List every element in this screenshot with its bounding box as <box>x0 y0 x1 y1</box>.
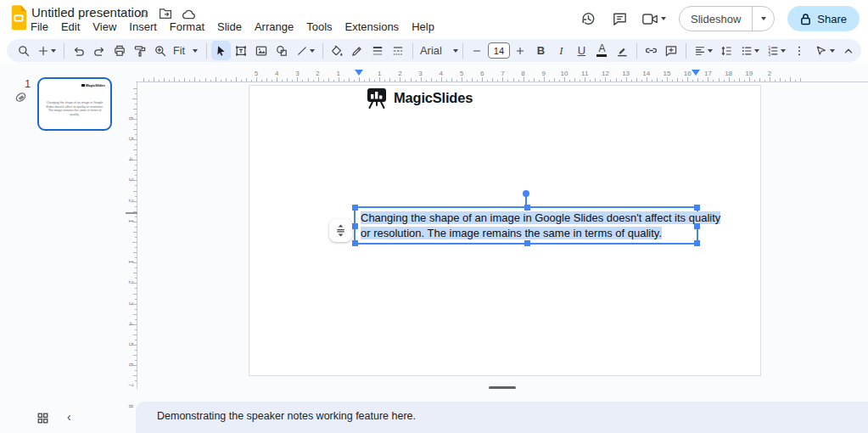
text-color-button[interactable]: A <box>592 41 612 60</box>
decrease-font-size-button[interactable] <box>468 41 487 60</box>
menu-tools[interactable]: Tools <box>306 20 332 33</box>
insert-image-button[interactable] <box>252 41 272 60</box>
join-call-button[interactable] <box>641 12 666 26</box>
align-button[interactable] <box>691 41 716 60</box>
pen-tools-button[interactable] <box>811 41 838 60</box>
menu-extensions[interactable]: Extensions <box>345 20 400 33</box>
select-tool-button[interactable] <box>211 41 231 60</box>
resize-handle-bottom-right[interactable] <box>694 240 700 246</box>
zoom-select[interactable]: Fit <box>171 45 188 57</box>
menu-format[interactable]: Format <box>170 20 204 33</box>
resize-handle-mid-right[interactable] <box>694 223 700 229</box>
insert-shape-button[interactable] <box>272 41 292 60</box>
insert-line-button[interactable] <box>293 41 318 60</box>
add-comment-button[interactable] <box>662 41 681 60</box>
ruler-tick <box>132 119 137 120</box>
numbered-list-button[interactable]: 123 <box>764 41 789 60</box>
hide-menus-button[interactable] <box>839 41 859 60</box>
menu-edit[interactable]: Edit <box>61 20 80 33</box>
rotation-handle[interactable] <box>523 190 529 197</box>
ruler-tick <box>135 206 137 207</box>
document-title[interactable]: Untitled presentation <box>31 5 148 20</box>
paint-format-button[interactable] <box>130 41 149 60</box>
resize-handle-top-left[interactable] <box>352 205 358 211</box>
move-folder-icon[interactable] <box>159 8 172 20</box>
selected-text-box[interactable]: Changing the shape of an image in Google… <box>354 206 698 245</box>
zoom-icon[interactable] <box>150 41 170 60</box>
print-button[interactable] <box>109 41 129 60</box>
google-slides-logo-icon[interactable] <box>9 5 28 31</box>
star-icon[interactable]: ☆ <box>138 7 149 20</box>
border-color-button[interactable] <box>348 41 367 60</box>
bulleted-list-button[interactable] <box>737 41 763 60</box>
grid-view-icon[interactable] <box>36 412 49 425</box>
speaker-notes-panel[interactable]: Demonstrating the speaker notes working … <box>136 402 868 433</box>
border-weight-button[interactable] <box>368 41 388 60</box>
text-box-tool-button[interactable] <box>232 41 251 60</box>
ruler-tick <box>189 80 190 82</box>
zoom-select-caret[interactable] <box>188 41 202 60</box>
ruler-tick <box>159 80 160 82</box>
font-size-input[interactable]: 14 <box>488 42 510 59</box>
undo-button[interactable] <box>69 41 88 60</box>
slideshow-options-button[interactable] <box>752 7 774 31</box>
underline-button[interactable]: U <box>572 41 591 60</box>
insert-link-button[interactable] <box>641 41 661 60</box>
cloud-saved-icon[interactable] <box>182 8 196 20</box>
border-dash-button[interactable] <box>389 41 408 60</box>
redo-button[interactable] <box>89 41 109 60</box>
increase-font-size-button[interactable] <box>511 41 530 60</box>
text-box-drag-button[interactable] <box>329 219 352 242</box>
speaker-notes-text[interactable]: Demonstrating the speaker notes working … <box>157 410 416 422</box>
ruler-tick <box>135 350 137 351</box>
ruler-tick <box>135 288 137 289</box>
ruler-indent-marker-left[interactable] <box>355 70 363 76</box>
menu-slide[interactable]: Slide <box>217 20 242 33</box>
resize-handle-top-right[interactable] <box>694 205 700 211</box>
text-box-content[interactable]: Changing the shape of an image in Google… <box>361 211 720 240</box>
ruler-tick <box>132 283 137 284</box>
slideshow-button[interactable]: Slideshow <box>680 7 752 31</box>
notes-resize-handle[interactable] <box>489 386 516 389</box>
ruler-tick <box>133 375 137 376</box>
menu-insert[interactable]: Insert <box>129 20 157 33</box>
menu-file[interactable]: File <box>31 20 48 33</box>
slide-thumbnail[interactable]: MagicSlides Changing the shape of an ima… <box>37 77 112 131</box>
italic-button[interactable]: I <box>552 41 571 60</box>
version-history-icon[interactable] <box>579 9 597 28</box>
line-spacing-button[interactable] <box>717 41 736 60</box>
toolbar: Fit Arial 14 B I U A <box>7 39 861 62</box>
svg-text:3: 3 <box>768 53 770 57</box>
magicslides-logo[interactable]: MagicSlides <box>366 86 473 110</box>
new-slide-button[interactable] <box>34 41 59 60</box>
ruler-tick <box>431 78 432 82</box>
ruler-tick <box>132 222 137 222</box>
more-options-button[interactable] <box>790 41 809 60</box>
menu-view[interactable]: View <box>92 20 116 33</box>
horizontal-ruler: 54321123456789101112131415161718192 <box>136 70 868 82</box>
highlight-color-button[interactable] <box>613 41 632 60</box>
resize-handle-bottom-left[interactable] <box>352 240 358 246</box>
collapse-filmstrip-icon[interactable]: ‹ <box>67 410 71 424</box>
share-button[interactable]: Share <box>787 6 860 31</box>
ruler-tick <box>580 80 580 82</box>
resize-handle-top-mid[interactable] <box>524 205 530 211</box>
fill-color-button[interactable] <box>328 41 347 60</box>
resize-handle-bottom-mid[interactable] <box>524 240 530 246</box>
comment-history-icon[interactable] <box>610 9 629 28</box>
ruler-tick <box>135 340 137 340</box>
ruler-indent-marker-right[interactable] <box>692 70 700 76</box>
search-menus-icon[interactable] <box>14 41 33 60</box>
ruler-tick <box>524 77 524 82</box>
font-family-select[interactable]: Arial <box>417 44 458 57</box>
ruler-tick <box>132 242 137 243</box>
resize-handle-mid-left[interactable] <box>352 223 358 229</box>
menu-arrange[interactable]: Arrange <box>255 20 294 33</box>
ruler-tick <box>132 345 137 346</box>
menu-help[interactable]: Help <box>412 20 434 33</box>
bold-button[interactable]: B <box>531 41 551 60</box>
ruler-tick <box>132 304 137 305</box>
ruler-tick <box>719 78 720 82</box>
lock-icon <box>800 13 811 25</box>
ruler-tick <box>631 80 632 82</box>
